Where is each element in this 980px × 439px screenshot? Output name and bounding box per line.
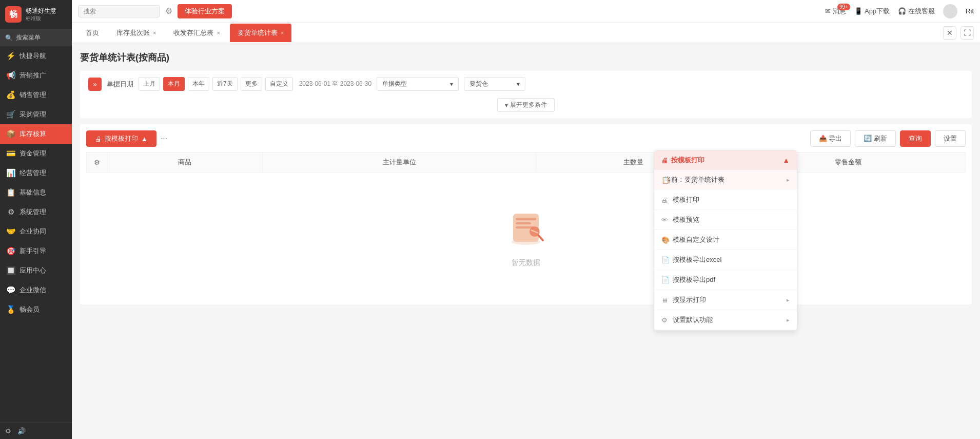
username-label: Rit <box>966 7 974 15</box>
user-avatar[interactable] <box>943 4 957 18</box>
print-dropdown-title-text: 按模板打印 <box>671 156 704 165</box>
sidebar: 畅 畅通好生意 标准版 🔍 搜索菜单 ⚡ 快捷导航 📢 营销推广 💰 销售管理 … <box>0 0 72 439</box>
tab-inventory-batch[interactable]: 库存批次账 × <box>109 24 164 42</box>
messages-badge[interactable]: ✉ 消息 99+ <box>825 7 846 16</box>
date-last-7days-btn[interactable]: 近7天 <box>212 77 238 91</box>
sidebar-item-purchase[interactable]: 🛒 采购管理 <box>0 105 72 124</box>
refresh-button[interactable]: 🔄 刷新 <box>855 130 896 147</box>
sidebar-item-appstore[interactable]: 🔲 应用中心 <box>0 261 72 280</box>
app-version: 标准版 <box>26 15 56 22</box>
sidebar-item-enterprise[interactable]: 🤝 企业协同 <box>0 222 72 241</box>
sidebar-item-wechat[interactable]: 💬 企业微信 <box>0 280 72 300</box>
date-custom-btn[interactable]: 自定义 <box>265 77 293 91</box>
template-print-item[interactable]: 🖨 模板打印 <box>654 190 797 210</box>
app-name: 畅通好生意 <box>26 7 56 15</box>
tab-receipts[interactable]: 收发存汇总表 × <box>166 24 227 42</box>
sidebar-search[interactable]: 🔍 搜索菜单 <box>0 29 72 46</box>
online-service-link[interactable]: 🎧 在线客服 <box>898 7 935 16</box>
sidebar-item-label: 资金管理 <box>19 149 46 158</box>
tabs-actions: ✕ ⛶ <box>943 26 974 40</box>
date-more-btn[interactable]: 更多 <box>241 77 262 91</box>
member-icon: 🏅 <box>6 305 15 314</box>
settings-bottom-icon[interactable]: ⚙ <box>5 427 11 435</box>
set-default-section[interactable]: ⚙ 设置默认功能 ▸ <box>654 310 797 330</box>
tab-order-stats-close[interactable]: × <box>281 30 284 36</box>
topbar-search-input[interactable] <box>78 5 160 17</box>
print-dropdown-title: 🖨 按模板打印 <box>661 156 704 165</box>
query-button[interactable]: 查询 <box>900 130 931 147</box>
display-print-section[interactable]: 🖥 按显示打印 ▸ <box>654 290 797 310</box>
messages-count: 99+ <box>837 4 850 10</box>
trial-button[interactable]: 体验行业方案 <box>178 4 232 18</box>
svg-rect-3 <box>516 222 531 224</box>
sidebar-item-label: 畅会员 <box>19 305 40 314</box>
print-dropdown: 🖨 按模板打印 ▲ 📋 当前：要货单统计表 ▸ 🖨 模板打印 👁 模板预览 <box>654 150 797 331</box>
set-default-arrow: ▸ <box>787 317 790 323</box>
page-title: 要货单统计表(按商品) <box>80 51 972 64</box>
template-export-pdf-label: 按模板导出pdf <box>673 275 715 284</box>
template-design-label: 模板自定义设计 <box>673 235 719 244</box>
tab-maximize-button[interactable]: ⛶ <box>961 26 974 40</box>
col-unit: 主计量单位 <box>262 152 536 173</box>
sidebar-item-label: 营销推广 <box>19 71 46 80</box>
template-export-pdf-item[interactable]: 📄 按模板导出pdf <box>654 270 797 290</box>
svg-line-6 <box>538 235 543 240</box>
expand-more-label: 展开更多条件 <box>510 101 547 109</box>
sidebar-item-sales[interactable]: 💰 销售管理 <box>0 85 72 105</box>
audio-bottom-icon[interactable]: 🔊 <box>17 427 26 435</box>
display-print-icon: 🖥 <box>661 296 668 304</box>
print-template-button[interactable]: 🖨 按模板打印 ▲ <box>86 130 156 147</box>
template-preview-item[interactable]: 👁 模板预览 <box>654 210 797 230</box>
sidebar-item-guide[interactable]: 🎯 新手引导 <box>0 241 72 261</box>
tab-home[interactable]: 首页 <box>78 24 107 42</box>
print-template-label: 按模板打印 <box>105 134 138 143</box>
sidebar-item-shortcuts[interactable]: ⚡ 快捷导航 <box>0 46 72 66</box>
print-dropdown-close[interactable]: ▲ <box>782 156 790 164</box>
sidebar-item-basic[interactable]: 📋 基础信息 <box>0 183 72 202</box>
mobile-icon: 📱 <box>854 7 863 15</box>
sidebar-item-member[interactable]: 🏅 畅会员 <box>0 300 72 319</box>
sidebar-item-label: 系统管理 <box>19 207 46 217</box>
sidebar-item-label: 经营管理 <box>19 168 46 178</box>
template-export-pdf-icon: 📄 <box>661 276 670 284</box>
date-prev-month-btn[interactable]: 上月 <box>139 77 160 91</box>
sidebar-item-system[interactable]: ⚙ 系统管理 <box>0 202 72 222</box>
export-button[interactable]: 📤 导出 <box>810 130 851 147</box>
tab-order-stats[interactable]: 要货单统计表 × <box>230 24 291 42</box>
sidebar-item-label: 企业微信 <box>19 285 46 295</box>
expand-icon: ▾ <box>505 102 508 109</box>
settings-button[interactable]: 设置 <box>935 130 966 147</box>
template-design-item[interactable]: 🎨 模板自定义设计 <box>654 230 797 250</box>
tab-receipts-close[interactable]: × <box>217 30 220 36</box>
template-preview-icon: 👁 <box>661 216 668 224</box>
date-current-year-btn[interactable]: 本年 <box>188 77 209 91</box>
expand-more-button[interactable]: ▾ 展开更多条件 <box>497 98 555 112</box>
export-label: 导出 <box>829 135 842 142</box>
filter-expand-button[interactable]: » <box>88 78 102 91</box>
guide-icon: 🎯 <box>6 246 15 256</box>
display-print-arrow: ▸ <box>787 297 790 303</box>
toolbar-more-icon[interactable]: ··· <box>161 134 167 143</box>
tab-inventory-batch-close[interactable]: × <box>153 30 156 36</box>
print-header-icon: 🖨 <box>661 157 668 164</box>
sidebar-item-inventory[interactable]: 📦 库存核算 <box>0 124 72 144</box>
order-goods-select[interactable]: 要货仓 ▾ <box>464 77 525 91</box>
sidebar-item-marketing[interactable]: 📢 营销推广 <box>0 66 72 85</box>
set-default-label: 设置默认功能 <box>673 315 713 325</box>
empty-illustration <box>503 203 549 251</box>
app-download-link[interactable]: 📱 App下载 <box>854 7 890 16</box>
sidebar-bottom: ⚙ 🔊 <box>0 423 72 439</box>
col-settings[interactable]: ⚙ <box>87 152 107 173</box>
date-filter-label: 单据日期 <box>107 80 133 89</box>
tab-close-all-button[interactable]: ✕ <box>943 26 956 40</box>
date-current-month-btn[interactable]: 本月 <box>163 77 185 91</box>
empty-state-cell: 暂无数据 <box>87 173 966 299</box>
order-type-select[interactable]: 单据类型 ▾ <box>377 77 459 91</box>
shortcuts-icon: ⚡ <box>6 51 15 61</box>
sidebar-item-finance[interactable]: 💳 资金管理 <box>0 144 72 163</box>
template-export-excel-item[interactable]: 📄 按模板导出excel <box>654 250 797 270</box>
sidebar-item-operation[interactable]: 📊 经营管理 <box>0 163 72 183</box>
tab-inventory-batch-label: 库存批次账 <box>116 28 150 37</box>
topbar-gear-icon[interactable]: ⚙ <box>165 6 172 16</box>
current-template-item[interactable]: 📋 当前：要货单统计表 ▸ <box>654 170 797 190</box>
